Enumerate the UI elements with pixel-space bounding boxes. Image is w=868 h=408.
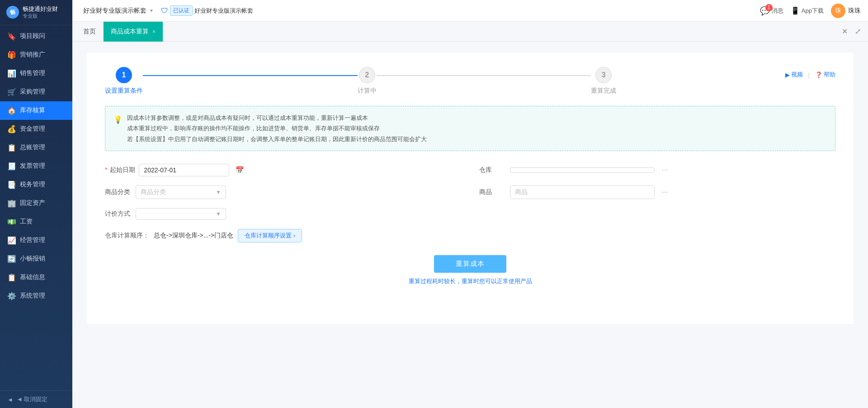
tab-recalc[interactable]: 商品成本重算 ×	[104, 22, 163, 42]
sidebar-item-accounting-label: 总账管理	[20, 143, 45, 152]
topbar-right: 💬 1 消息 📱 App下载 珠 珠珠	[760, 4, 861, 18]
step-2-circle: 2	[359, 67, 375, 83]
sidebar-item-expense[interactable]: 🔄 小畅报销	[0, 250, 72, 268]
recalc-section: 重算成本 重算过程耗时较长，重算时您可以正常使用产品	[105, 255, 835, 285]
start-date-label: * 起始日期	[105, 166, 135, 174]
recalc-button[interactable]: 重算成本	[434, 255, 506, 273]
sidebar: 畅 畅捷通好业财 专业版 🔖 项目顾问 🎁 营销推广 📊 销售管理 🛒 采购管理…	[0, 0, 72, 408]
step-1-label: 设置重算条件	[105, 87, 143, 95]
sidebar-item-finance[interactable]: 💰 资金管理	[0, 120, 72, 138]
sidebar-item-system[interactable]: ⚙️ 系统管理	[0, 287, 72, 305]
start-date-field: * 起始日期 2022-07-01 📅	[105, 164, 461, 176]
sidebar-item-project-label: 项目顾问	[20, 32, 45, 40]
video-help-btn[interactable]: ▶ 视频	[785, 71, 803, 79]
sidebar-item-tax[interactable]: 📑 税务管理	[0, 176, 72, 194]
user-avatar: 珠	[831, 4, 845, 18]
logo-subtitle: 专业版	[23, 13, 58, 19]
marketing-icon: 🎁	[7, 51, 15, 59]
category-placeholder: 商品分类	[141, 188, 216, 196]
invoice-icon: 🧾	[7, 162, 15, 171]
close-window-icon[interactable]: ✕	[840, 25, 849, 38]
goods-placeholder: 商品	[515, 188, 650, 196]
message-badge: 1	[765, 4, 773, 11]
form-row-2: 商品分类 商品分类 ▼ 商品 商品 ···	[105, 185, 835, 199]
app-download-btn[interactable]: 📱 App下载	[791, 6, 824, 15]
expand-icon[interactable]: ⤢	[853, 25, 863, 38]
tabbar: 首页 商品成本重算 × ✕ ⤢	[72, 22, 868, 42]
pricing-select[interactable]: ▼	[136, 208, 226, 220]
calendar-icon[interactable]: 📅	[236, 166, 244, 174]
sidebar-item-inventory[interactable]: 🏠 库存核算	[0, 101, 72, 120]
purchase-icon: 🛒	[7, 88, 15, 96]
sidebar-pin-toggle[interactable]: ◄ ◄ 取消固定	[0, 390, 72, 408]
finance-icon: 💰	[7, 125, 15, 133]
sidebar-item-project[interactable]: 🔖 项目顾问	[0, 27, 72, 46]
goods-input[interactable]: 商品	[510, 185, 655, 199]
sidebar-item-tax-label: 税务管理	[20, 180, 45, 189]
warehouse-label: 仓库	[479, 166, 506, 174]
sidebar-item-basic[interactable]: 📋 基础信息	[0, 268, 72, 287]
expense-icon: 🔄	[7, 255, 15, 263]
logo-title: 畅捷通好业财	[23, 5, 58, 13]
sidebar-item-purchase[interactable]: 🛒 采购管理	[0, 83, 72, 101]
help-btn[interactable]: ❓ 帮助	[815, 71, 835, 79]
salary-icon: 💵	[7, 218, 15, 226]
sidebar-item-marketing-label: 营销推广	[20, 51, 45, 59]
play-icon: ▶	[785, 71, 790, 78]
warehouse-dots-icon[interactable]: ···	[662, 166, 668, 174]
help-label: 帮助	[824, 71, 835, 79]
tabbar-actions: ✕ ⤢	[840, 25, 868, 38]
sidebar-item-marketing[interactable]: 🎁 营销推广	[0, 46, 72, 64]
tab-recalc-label: 商品成本重算	[111, 28, 149, 36]
shield-icon: 🛡	[161, 7, 168, 15]
step-3-num: 3	[602, 71, 606, 79]
message-btn[interactable]: 💬 1 消息	[760, 6, 783, 16]
steps-row: 1 设置重算条件 2 计算中	[105, 67, 835, 95]
tabbar-tabs: 首页 商品成本重算 ×	[76, 22, 163, 42]
sidebar-item-operation[interactable]: 📈 经营管理	[0, 231, 72, 250]
app-download-label: App下载	[802, 7, 824, 15]
steps-container: 1 设置重算条件 2 计算中	[105, 67, 616, 95]
category-select[interactable]: 商品分类 ▼	[136, 185, 226, 199]
logo-icon: 畅	[6, 6, 19, 19]
step-2-num: 2	[365, 71, 369, 79]
info-box: 💡 因成本计算参数调整，或是对商品成本有疑问时，可以通过成本重算功能，重新计算一…	[105, 106, 835, 151]
goods-dots-icon[interactable]: ···	[662, 188, 668, 196]
sidebar-item-sales[interactable]: 📊 销售管理	[0, 64, 72, 83]
sidebar-item-finance-label: 资金管理	[20, 125, 45, 133]
category-field: 商品分类 商品分类 ▼	[105, 185, 461, 199]
divider: |	[808, 71, 810, 78]
account-selector-text: 好业财专业版演示帐套	[83, 7, 146, 15]
pricing-field: 计价方式 ▼	[105, 208, 461, 220]
step-1: 1 设置重算条件	[105, 67, 143, 95]
sidebar-item-salary[interactable]: 💵 工资	[0, 213, 72, 231]
step-3-label: 重算完成	[591, 87, 616, 95]
step-2: 2 计算中	[358, 67, 377, 95]
main-card: 1 设置重算条件 2 计算中	[87, 52, 854, 324]
required-star: *	[105, 166, 107, 173]
account-selector[interactable]: 好业财专业版演示帐套 ▼	[80, 5, 157, 17]
chevron-down-icon: ▼	[149, 8, 154, 13]
warehouse-order-settings-btn[interactable]: 仓库计算顺序设置 ›	[238, 229, 302, 242]
sidebar-footer-label: ◄ 取消固定	[17, 395, 47, 403]
sidebar-item-purchase-label: 采购管理	[20, 88, 45, 96]
pin-icon: ◄	[7, 396, 13, 403]
sidebar-item-accounting[interactable]: 📋 总账管理	[0, 138, 72, 157]
steps-helper: ▶ 视频 | ❓ 帮助	[785, 67, 835, 79]
tax-icon: 📑	[7, 180, 15, 189]
sidebar-nav: 🔖 项目顾问 🎁 营销推广 📊 销售管理 🛒 采购管理 🏠 库存核算 💰 资金管…	[0, 25, 72, 390]
step-connector-1	[143, 75, 358, 76]
warehouse-input[interactable]	[510, 167, 655, 173]
asset-icon: 🏢	[7, 199, 15, 208]
question-icon: ❓	[815, 71, 822, 78]
tab-close-icon[interactable]: ×	[152, 28, 156, 35]
sidebar-logo: 畅 畅捷通好业财 专业版	[0, 0, 72, 25]
sidebar-item-invoice[interactable]: 🧾 发票管理	[0, 157, 72, 176]
sidebar-item-asset[interactable]: 🏢 固定资产	[0, 194, 72, 213]
tab-home[interactable]: 首页	[76, 22, 104, 42]
start-date-input-wrap: 2022-07-01	[139, 164, 229, 176]
warehouse-order-row: 仓库计算顺序： 总仓->深圳仓库->...->门店仓 仓库计算顺序设置 ›	[105, 229, 835, 242]
sidebar-item-system-label: 系统管理	[20, 292, 45, 300]
verified-badge: 已认证	[170, 5, 193, 16]
user-menu[interactable]: 珠 珠珠	[831, 4, 861, 18]
